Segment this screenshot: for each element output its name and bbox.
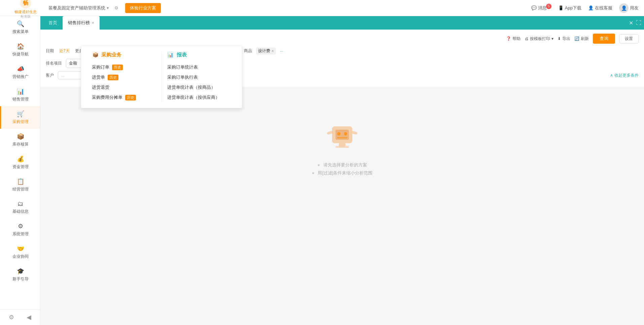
sidebar-item-system[interactable]: ⚙ 系统管理 <box>0 218 40 241</box>
message-badge: 5 <box>546 4 551 9</box>
main-layout: 🔍 搜索菜单 🏠 快捷导航 📣 营销推广 📊 销售管理 🛒 采购管理 📦 库存核… <box>0 16 644 325</box>
history-badge-receipt: 历史 <box>108 75 118 80</box>
sidebar-item-inventory[interactable]: 📦 库存核算 <box>0 129 40 151</box>
svg-point-5 <box>344 132 347 135</box>
sidebar-item-navigation[interactable]: 🏠 快捷导航 <box>0 39 40 61</box>
service-icon: 👤 <box>588 5 594 10</box>
menu-item-purchase-order[interactable]: 采购订单 历史 <box>92 62 156 72</box>
goods-label: 商品 <box>244 48 252 54</box>
help-icon: ❓ <box>506 36 511 41</box>
toolbar-row: ❓ 帮助 🖨 按模板打印 ▾ ⬇ 导出 🔄 刷新 <box>46 34 639 44</box>
sidebar-item-collaboration[interactable]: 🤝 企业协同 <box>0 241 40 263</box>
sidebar-item-operations[interactable]: 📋 经营管理 <box>0 174 40 196</box>
handshake-icon: 🤝 <box>17 245 24 252</box>
purchase-menu-column: 📦 采购业务 采购订单 历史 进货单 历史 进货退货 采购费用分摊单 历 <box>86 51 162 103</box>
logo-icon: 畅 <box>20 0 32 9</box>
query-button[interactable]: 查询 <box>593 34 615 44</box>
tab-sales-ranking[interactable]: 销售排行榜 × <box>63 16 100 30</box>
customer-label: 客户 <box>46 73 54 78</box>
megaphone-icon: 📣 <box>17 65 24 73</box>
home-icon: 🏠 <box>17 43 24 50</box>
user-avatar: 👤 <box>619 3 629 13</box>
menu-item-order-stats[interactable]: 采购订单统计表 <box>167 62 231 72</box>
report-menu-header: 📊 报表 <box>167 51 231 58</box>
sidebar-collapse-button[interactable]: ◀ <box>27 314 31 321</box>
svg-rect-6 <box>337 137 347 138</box>
empty-tip-1: ● 请先选择要分析的方案 <box>317 162 367 168</box>
sidebar-item-purchase[interactable]: 🛒 采购管理 <box>0 106 40 129</box>
empty-illustration <box>322 116 362 157</box>
help-button[interactable]: ❓ 帮助 <box>506 36 521 42</box>
export-icon: ⬇ <box>558 36 561 41</box>
sidebar-bottom: ⚙ ◀ <box>0 309 40 325</box>
menu-item-purchase-return[interactable]: 进货退货 <box>92 82 156 92</box>
refresh-button[interactable]: 🔄 刷新 <box>574 36 589 42</box>
svg-rect-8 <box>335 146 349 148</box>
svg-text:畅: 畅 <box>23 0 28 6</box>
message-icon: 💬 <box>531 5 537 10</box>
gear-icon: ⚙ <box>18 222 23 230</box>
online-service-button[interactable]: 👤 在线客服 <box>588 5 612 11</box>
collapse-icon: ∧ <box>610 73 613 78</box>
header-right: 💬 消息 5 📱 App下载 👤 在线客服 👤 用友 <box>531 3 639 13</box>
purchase-dropdown-menu: 📦 采购业务 采购订单 历史 进货单 历史 进货退货 采购费用分摊单 历 <box>81 46 242 108</box>
title-dropdown-arrow[interactable]: ▾ <box>107 5 109 10</box>
print-icon: 🖨 <box>525 36 529 41</box>
sidebar-settings-button[interactable]: ⚙ <box>9 314 14 321</box>
more-dots[interactable]: ··· <box>280 49 283 53</box>
sidebar-item-finance[interactable]: 💰 资金管理 <box>0 151 40 174</box>
cart-icon: 🛒 <box>17 110 24 118</box>
date-label: 日期 <box>46 48 54 54</box>
sidebar-item-guide[interactable]: 🎓 新手引导 <box>0 263 40 286</box>
sidebar-item-sales[interactable]: 📊 销售管理 <box>0 84 40 106</box>
collapse-conditions-button[interactable]: ∧ 收起更多条件 <box>610 73 639 78</box>
history-badge-expense: 历史 <box>125 95 136 100</box>
sidebar-item-marketing[interactable]: 📣 营销推广 <box>0 61 40 84</box>
report-menu-icon: 📊 <box>167 51 174 58</box>
messages-button[interactable]: 💬 消息 5 <box>531 5 551 11</box>
refresh-icon: 🔄 <box>574 36 579 41</box>
sidebar-item-search[interactable]: 🔍 搜索菜单 <box>0 16 40 39</box>
graduate-icon: 🎓 <box>17 268 24 275</box>
purchase-menu-header: 📦 采购业务 <box>92 51 156 58</box>
settings-button[interactable]: 设置 <box>619 34 639 43</box>
menu-item-receipt-stats-supplier[interactable]: 进货单统计表（按供应商） <box>167 92 231 103</box>
menu-item-purchase-expense[interactable]: 采购费用分摊单 历史 <box>92 92 156 103</box>
menu-item-receipt-stats-goods[interactable]: 进货单统计表（按商品） <box>167 82 231 92</box>
logo-label: 畅捷通好生意 标准版 <box>14 10 37 19</box>
search-icon: 🔍 <box>17 20 24 28</box>
print-button[interactable]: 🖨 按模板打印 ▾ <box>525 36 553 42</box>
top-header: 畅 畅捷通好生意 标准版 装餐及固定资产辅助管理系统 ▾ ⚙ 体验行业方案 💬 … <box>0 0 644 16</box>
money-icon: 💰 <box>17 155 24 163</box>
export-button[interactable]: ⬇ 导出 <box>558 36 570 42</box>
tab-expand-icon[interactable]: ⛶ <box>636 20 641 26</box>
sidebar: 🔍 搜索菜单 🏠 快捷导航 📣 营销推广 📊 销售管理 🛒 采购管理 📦 库存核… <box>0 16 40 325</box>
rank-label: 排名项目 <box>46 60 62 66</box>
tab-home[interactable]: 首页 <box>43 16 63 30</box>
logo-area: 畅 畅捷通好生意 标准版 <box>5 0 46 19</box>
menu-item-purchase-receipt[interactable]: 进货单 历史 <box>92 72 156 82</box>
report-menu-column: 📊 报表 采购订单统计表 采购订单执行表 进货单统计表（按商品） 进货单统计表（… <box>162 51 237 103</box>
main-content: 首页 销售排行榜 × ✕ ⛶ ❓ 帮助 🖨 <box>40 16 644 325</box>
app-icon: 📱 <box>558 5 564 10</box>
purchase-menu-icon: 📦 <box>92 51 99 58</box>
app-download-button[interactable]: 📱 App下载 <box>558 5 581 11</box>
time-7days-button[interactable]: 近7天 <box>58 47 71 54</box>
svg-point-4 <box>337 132 341 135</box>
system-settings-icon[interactable]: ⚙ <box>114 5 118 10</box>
tab-close-button[interactable]: × <box>92 21 94 25</box>
tab-bar-right: ✕ ⛶ <box>629 20 641 26</box>
tab-close-all-icon[interactable]: ✕ <box>629 20 633 26</box>
folder-icon: 🗂 <box>17 200 24 207</box>
empty-tip-2: ● 用[过滤]条件来缩小分析范围 <box>312 170 373 176</box>
goods-tag-close[interactable]: × <box>272 49 274 53</box>
tab-bar: 首页 销售排行榜 × ✕ ⛶ <box>40 16 644 30</box>
print-dropdown-icon[interactable]: ▾ <box>551 36 553 41</box>
clipboard-icon: 📋 <box>17 178 24 185</box>
industry-solution-button[interactable]: 体验行业方案 <box>125 3 161 13</box>
history-badge-purchase-order: 历史 <box>112 65 123 70</box>
menu-item-order-execution[interactable]: 采购订单执行表 <box>167 72 231 82</box>
sidebar-item-basic-info[interactable]: 🗂 基础信息 <box>0 196 40 218</box>
user-menu-button[interactable]: 👤 用友 <box>619 3 639 13</box>
goods-tag: 设计费 × <box>256 47 276 54</box>
